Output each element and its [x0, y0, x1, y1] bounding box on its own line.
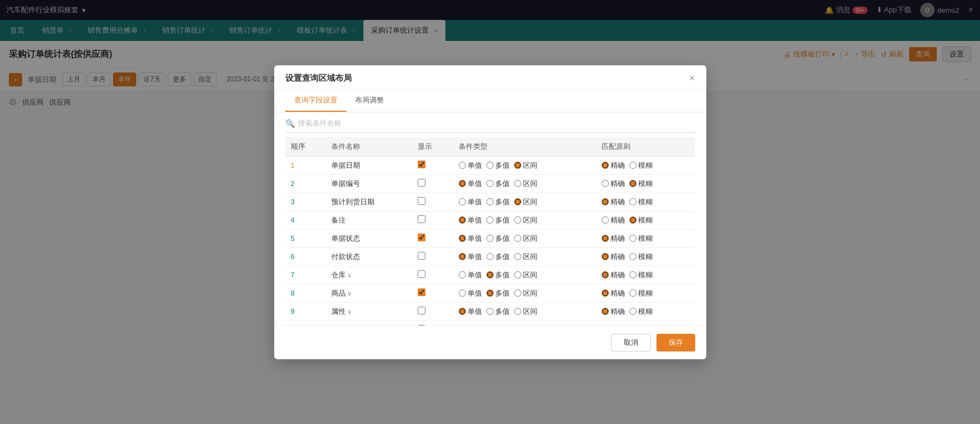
table-row: 10有无商品图片单值多值区间精确模糊 [285, 320, 695, 325]
type-radio-区间[interactable]: 区间 [514, 307, 537, 317]
match-radio-精确[interactable]: 精确 [602, 307, 625, 317]
type-radio-单值[interactable]: 单值 [459, 252, 482, 262]
search-input[interactable] [298, 119, 409, 127]
dropdown-arrow-icon[interactable]: ∨ [347, 290, 352, 297]
table-row: 2单据编号单值多值区间精确模糊 [285, 174, 695, 193]
type-radio-多值[interactable]: 多值 [486, 307, 510, 317]
type-radio-单值[interactable]: 单值 [459, 234, 482, 244]
row-order: 1 [285, 156, 326, 174]
row-display[interactable] [412, 247, 453, 266]
match-radio-模糊[interactable]: 模糊 [629, 270, 653, 280]
table-row: 7仓库 ∨单值多值区间精确模糊 [285, 266, 695, 284]
match-radio-精确[interactable]: 精确 [602, 252, 625, 262]
row-type: 单值多值区间 [453, 229, 596, 247]
display-checkbox[interactable] [418, 179, 425, 187]
type-radio-区间[interactable]: 区间 [514, 161, 537, 170]
modal-header: 设置查询区域布局 × [274, 65, 706, 90]
match-radio-精确[interactable]: 精确 [602, 234, 625, 244]
search-icon: 🔍 [285, 119, 295, 128]
row-display[interactable] [412, 174, 453, 193]
row-display[interactable] [412, 193, 453, 211]
type-radio-多值[interactable]: 多值 [486, 179, 510, 189]
table-row: 4备注单值多值区间精确模糊 [285, 211, 695, 229]
row-display[interactable] [412, 156, 453, 174]
modal-body: 🔍 顺序 条件名称 显示 条件类型 匹配原则 [274, 112, 706, 325]
th-display: 显示 [412, 137, 453, 157]
type-radio-多值[interactable]: 多值 [486, 270, 510, 280]
type-radio-单值[interactable]: 单值 [459, 197, 482, 207]
modal-tab-field-settings[interactable]: 查询字段设置 [285, 90, 346, 112]
type-radio-区间[interactable]: 区间 [514, 215, 537, 225]
type-radio-单值[interactable]: 单值 [459, 161, 482, 170]
type-radio-区间[interactable]: 区间 [514, 197, 537, 207]
type-radio-多值[interactable]: 多值 [486, 252, 510, 262]
th-name: 条件名称 [326, 137, 412, 157]
display-checkbox[interactable] [418, 270, 425, 278]
row-display[interactable] [412, 320, 453, 325]
row-match: 精确模糊 [596, 193, 695, 211]
modal-dialog: 设置查询区域布局 × 查询字段设置 布局调整 🔍 [274, 65, 706, 359]
row-name: 付款状态 [326, 247, 412, 266]
type-radio-区间[interactable]: 区间 [514, 252, 537, 262]
type-radio-多值[interactable]: 多值 [486, 197, 510, 207]
row-display[interactable] [412, 211, 453, 229]
settings-table-container: 顺序 条件名称 显示 条件类型 匹配原则 1单据日期单值多值区间精确模糊2单据编… [285, 137, 695, 325]
type-radio-多值[interactable]: 多值 [486, 234, 510, 244]
modal-close-btn[interactable]: × [689, 73, 695, 83]
match-radio-模糊[interactable]: 模糊 [629, 234, 653, 244]
display-checkbox[interactable] [418, 307, 425, 314]
table-row: 5单据状态单值多值区间精确模糊 [285, 229, 695, 247]
modal-tab-layout[interactable]: 布局调整 [346, 90, 393, 112]
type-radio-区间[interactable]: 区间 [514, 270, 537, 280]
type-radio-多值[interactable]: 多值 [486, 215, 510, 225]
row-type: 单值多值区间 [453, 193, 596, 211]
type-radio-单值[interactable]: 单值 [459, 307, 482, 317]
type-radio-单值[interactable]: 单值 [459, 215, 482, 225]
dropdown-arrow-icon[interactable]: ∨ [347, 272, 352, 278]
type-radio-区间[interactable]: 区间 [514, 234, 537, 244]
type-radio-单值[interactable]: 单值 [459, 179, 482, 189]
match-radio-模糊[interactable]: 模糊 [629, 161, 653, 170]
display-checkbox[interactable] [418, 197, 425, 205]
match-radio-精确[interactable]: 精确 [602, 197, 625, 207]
modal-footer: 取消 保存 [274, 325, 706, 359]
type-radio-多值[interactable]: 多值 [486, 161, 510, 170]
display-checkbox[interactable] [418, 161, 425, 168]
match-radio-模糊[interactable]: 模糊 [629, 179, 653, 189]
type-radio-区间[interactable]: 区间 [514, 179, 537, 189]
th-order: 顺序 [285, 137, 326, 157]
display-checkbox[interactable] [418, 288, 425, 296]
display-checkbox[interactable] [418, 234, 425, 241]
type-radio-单值[interactable]: 单值 [459, 288, 482, 298]
match-radio-模糊[interactable]: 模糊 [629, 288, 653, 298]
display-checkbox[interactable] [418, 215, 425, 223]
row-order: 3 [285, 193, 326, 211]
row-display[interactable] [412, 266, 453, 284]
row-display[interactable] [412, 229, 453, 247]
type-radio-区间[interactable]: 区间 [514, 288, 537, 298]
cancel-button[interactable]: 取消 [611, 334, 651, 351]
match-radio-模糊[interactable]: 模糊 [629, 215, 653, 225]
save-button[interactable]: 保存 [656, 334, 695, 351]
table-row: 6付款状态单值多值区间精确模糊 [285, 247, 695, 266]
match-radio-模糊[interactable]: 模糊 [629, 307, 653, 317]
match-radio-精确[interactable]: 精确 [602, 215, 625, 225]
dropdown-arrow-icon[interactable]: ∨ [347, 308, 352, 315]
row-order: 6 [285, 247, 326, 266]
row-display[interactable] [412, 302, 453, 320]
match-radio-模糊[interactable]: 模糊 [629, 197, 653, 207]
modal-tabs: 查询字段设置 布局调整 [274, 90, 706, 112]
match-radio-精确[interactable]: 精确 [602, 179, 625, 189]
row-order: 7 [285, 266, 326, 284]
row-match: 精确模糊 [596, 156, 695, 174]
match-radio-精确[interactable]: 精确 [602, 270, 625, 280]
modal-overlay: 设置查询区域布局 × 查询字段设置 布局调整 🔍 [0, 0, 980, 424]
display-checkbox[interactable] [418, 252, 425, 260]
type-radio-单值[interactable]: 单值 [459, 270, 482, 280]
match-radio-精确[interactable]: 精确 [602, 161, 625, 170]
row-type: 单值多值区间 [453, 156, 596, 174]
row-display[interactable] [412, 284, 453, 302]
type-radio-多值[interactable]: 多值 [486, 288, 510, 298]
match-radio-模糊[interactable]: 模糊 [629, 252, 653, 262]
match-radio-精确[interactable]: 精确 [602, 288, 625, 298]
